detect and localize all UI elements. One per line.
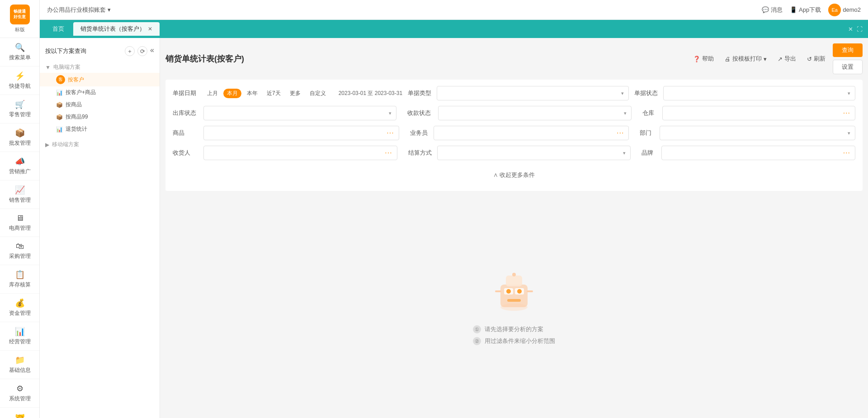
date-tab-last7[interactable]: 近7天 (263, 89, 284, 98)
dropdown-arrow-icon: ▾ (108, 6, 111, 13)
add-scheme-button[interactable]: + (125, 46, 135, 56)
refresh-scheme-button[interactable]: ⟳ (137, 46, 147, 56)
export-label: 导出 (784, 55, 796, 63)
sidebar-item-label: 批发管理 (9, 139, 31, 147)
goods-icon: 📦 (56, 102, 63, 108)
sidebar-item-operations[interactable]: 📊 经营管理 (0, 322, 39, 351)
empty-state: ① 请先选择要分析的方案 ② 用过滤条件来缩小分析范围 (165, 195, 863, 413)
sidebar-item-label: 采购管理 (9, 252, 31, 260)
staff-select[interactable]: ··· (434, 126, 629, 140)
window-controls: ✕ ⛶ (848, 26, 863, 33)
date-tab-custom[interactable]: 自定义 (306, 89, 330, 98)
tree-item-by-customer[interactable]: 客 按客户 (40, 73, 160, 86)
help-icon: ❓ (693, 56, 700, 62)
sidebar-item-shortcut[interactable]: ⚡ 快捷导航 (0, 66, 39, 95)
sidebar-item-inventory[interactable]: 📋 库存核算 (0, 265, 39, 294)
sidebar-item-finance[interactable]: 💰 资金管理 (0, 294, 39, 322)
svg-point-5 (517, 289, 522, 294)
industry-selector[interactable]: 办公用品行业模拟账套 ▾ (47, 6, 111, 14)
message-label: 消息 (771, 6, 783, 14)
sidebar-item-label: 经营管理 (9, 338, 31, 346)
date-tab-this-month[interactable]: 本月 (223, 89, 241, 98)
empty-tip-2: ② 用过滤条件来缩小分析范围 (473, 337, 555, 345)
left-panel: 按以下方案查询 + ⟳ « ▼ 电脑端方案 客 按客户 📊 按客户+商品 (40, 38, 160, 418)
sidebar-item-wholesale[interactable]: 📦 批发管理 (0, 124, 39, 152)
doc-type-select[interactable]: ▾ (437, 86, 629, 100)
sidebar-item-retail[interactable]: 🛒 零售管理 (0, 95, 39, 124)
message-icon: 💬 (762, 6, 769, 13)
payment-select[interactable]: ▾ (437, 146, 631, 160)
help-button[interactable]: ❓ 帮助 (689, 53, 717, 65)
doc-type-label: 单据类型 (408, 89, 433, 97)
header-left: 办公用品行业模拟账套 ▾ (47, 6, 111, 14)
warehouse-select[interactable]: ··· (662, 106, 855, 120)
out-status-select[interactable]: ▾ (203, 106, 396, 120)
query-button[interactable]: 查询 (833, 43, 863, 57)
inventory-icon: 📋 (15, 270, 25, 280)
date-tab-last-month[interactable]: 上月 (203, 89, 222, 98)
purchase-icon: 🛍 (16, 242, 24, 251)
payment-label: 结算方式 (408, 149, 432, 157)
message-button[interactable]: 💬 消息 (762, 6, 783, 14)
avatar: Ea (828, 4, 841, 16)
tree-group-mobile[interactable]: ▶ 移动端方案 (40, 137, 160, 150)
department-select[interactable]: ▾ (660, 126, 855, 140)
receipt-status-label: 收款状态 (407, 109, 433, 117)
brand-select[interactable]: ··· (661, 146, 855, 160)
svg-point-4 (506, 289, 511, 294)
logo-text: 标版 (15, 26, 25, 33)
receipt-status-arrow-icon: ▾ (624, 110, 627, 116)
refresh-button[interactable]: ↺ 刷新 (803, 53, 829, 65)
goods99-icon: 📦 (56, 114, 63, 120)
date-tab-more[interactable]: 更多 (286, 89, 304, 98)
sidebar-item-label: 系统管理 (9, 395, 31, 403)
tree-item-by-goods[interactable]: 📦 按商品 (40, 99, 160, 111)
tab-close-icon[interactable]: ✕ (148, 26, 152, 32)
tree-item-label: 退货统计 (66, 125, 87, 133)
payment-arrow-icon: ▾ (623, 150, 626, 156)
content-area: 按以下方案查询 + ⟳ « ▼ 电脑端方案 客 按客户 📊 按客户+商品 (40, 38, 868, 418)
sidebar-item-enterprise[interactable]: 🤝 企业协同 (0, 408, 39, 418)
sidebar-item-system[interactable]: ⚙ 系统管理 (0, 379, 39, 408)
tree-item-by-customer-goods[interactable]: 📊 按客户+商品 (40, 86, 160, 99)
customer-avatar-icon: 客 (56, 75, 65, 84)
sidebar-item-purchase[interactable]: 🛍 采购管理 (0, 237, 39, 265)
recipient-select[interactable]: ··· (203, 146, 397, 160)
goods-dots-icon: ··· (387, 129, 394, 137)
app-download-button[interactable]: 📱 App下载 (790, 6, 821, 14)
filter-row-date: 单据日期 上月 本月 本年 近7天 更多 自定义 2023-03-01 至 20… (173, 86, 855, 100)
sidebar-item-sales[interactable]: 📈 销售管理 (0, 180, 39, 209)
user-menu[interactable]: Ea demo2 (828, 4, 861, 16)
left-panel-actions: + ⟳ « (125, 46, 154, 56)
print-dropdown-icon: ▾ (764, 56, 767, 62)
receipt-status-select[interactable]: ▾ (438, 106, 631, 120)
tab-home[interactable]: 首页 (45, 22, 71, 36)
sidebar-item-search[interactable]: 🔍 搜索菜单 (0, 38, 39, 66)
operations-icon: 📊 (15, 327, 25, 337)
date-tab-this-year[interactable]: 本年 (243, 89, 261, 98)
print-button[interactable]: 🖨 按模板打印 ▾ (721, 53, 770, 65)
doc-status-select[interactable]: ▾ (663, 86, 855, 100)
close-window-icon[interactable]: ✕ (848, 26, 853, 33)
collapse-panel-button[interactable]: « (150, 46, 154, 56)
tree-item-return-stats[interactable]: 📊 退货统计 (40, 123, 160, 135)
goods-select[interactable]: ··· (203, 126, 399, 140)
collapse-filter-button[interactable]: ∧ 收起更多条件 (486, 169, 542, 181)
page-title: 销货单统计表(按客户) (165, 53, 244, 64)
empty-tips: ① 请先选择要分析的方案 ② 用过滤条件来缩小分析范围 (473, 325, 555, 345)
tree-item-by-goods-99[interactable]: 📦 按商品99 (40, 111, 160, 123)
tree-expand-icon-mobile: ▶ (45, 142, 49, 148)
maximize-window-icon[interactable]: ⛶ (857, 26, 863, 33)
department-label: 部门 (640, 129, 654, 137)
tree-group-desktop[interactable]: ▼ 电脑端方案 (40, 60, 160, 73)
export-button[interactable]: ↗ 导出 (774, 53, 800, 65)
page-actions: ❓ 帮助 🖨 按模板打印 ▾ ↗ 导出 ↺ 刷新 (689, 43, 863, 74)
tab-report[interactable]: 销货单统计表（按客户） ✕ (73, 22, 160, 36)
sidebar-item-basic[interactable]: 📁 基础信息 (0, 351, 39, 379)
logo-icon: 畅捷通好生意 (10, 5, 30, 24)
sidebar-item-ecommerce[interactable]: 🖥 电商管理 (0, 209, 39, 237)
refresh-label: 刷新 (814, 55, 826, 63)
sidebar-item-marketing[interactable]: 📣 营销推广 (0, 152, 39, 180)
empty-illustration (487, 262, 541, 316)
settings-button[interactable]: 设置 (833, 60, 863, 74)
